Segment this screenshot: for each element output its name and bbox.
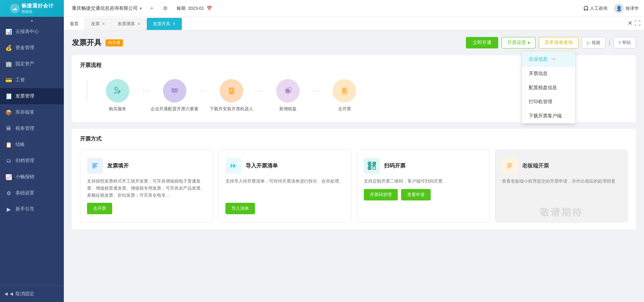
header-right: 🎧 人工咨询 👤 徐泽华	[583, 4, 639, 13]
fixed-assets-icon: 🏢	[5, 61, 12, 67]
boss-icon	[502, 158, 518, 174]
configure-icon	[163, 79, 186, 103]
activate-button[interactable]: 立即开通	[466, 37, 498, 48]
help-button[interactable]: ? 帮助	[613, 37, 636, 48]
sidebar-item-archive[interactable]: 🗂 归档管理	[0, 153, 64, 169]
svg-rect-30	[369, 163, 370, 164]
sidebar-item-inventory[interactable]: 📦 库存核算	[0, 104, 64, 120]
billing-card-header-scan: 扫码开票	[364, 158, 483, 174]
tab-invoice[interactable]: 发票 ✕	[85, 18, 112, 30]
svg-rect-6	[172, 91, 177, 91]
scan-buttons: 开票码管理 查看申请	[364, 189, 483, 200]
tab-home[interactable]: 首页	[64, 18, 85, 30]
tab-invoice-close[interactable]: ✕	[102, 22, 105, 26]
chevron-down-icon: ▾	[527, 40, 530, 45]
settings-button[interactable]: ⚙	[161, 4, 170, 13]
header-actions: ＋ ⚙ 账期 2023-01 📅	[147, 4, 212, 13]
dropdown-tax-config[interactable]: 配置税盘信息	[522, 81, 575, 95]
svg-rect-31	[374, 163, 375, 164]
svg-rect-24	[92, 167, 95, 168]
dropdown-invoice-info[interactable]: 开票信息	[522, 67, 575, 81]
manual-icon	[87, 158, 103, 174]
archive-icon: 🗂	[5, 157, 12, 164]
tab-invoice-calc[interactable]: 发票测算 ✕	[112, 18, 147, 30]
sidebar-item-basic[interactable]: ⚙ 基础设置	[0, 185, 64, 201]
scan-desc: 支持定制开票二维码，客户端可扫码开票	[364, 178, 483, 185]
basic-icon: ⚙	[5, 190, 12, 196]
sidebar-item-fixed-assets[interactable]: 🏢 固定资产	[0, 56, 64, 72]
scan-view-button[interactable]: 查看申请	[401, 189, 431, 200]
tab-invoice-open-close[interactable]: ✕	[172, 22, 176, 26]
settlement-icon: 📋	[5, 141, 12, 148]
svg-rect-38	[507, 167, 510, 168]
boss-title: 老板端开票	[522, 162, 549, 169]
go-invoice-icon	[333, 79, 356, 103]
help-button[interactable]: 🎧 人工咨询	[583, 5, 607, 11]
user-info[interactable]: 👤 徐泽华	[614, 4, 639, 13]
sidebar-scroll-up[interactable]: ▲	[0, 17, 64, 24]
add-button[interactable]: ＋	[147, 4, 157, 13]
company-dropdown-icon: ▾	[140, 6, 142, 11]
sidebar-item-guide[interactable]: ▶ 新手引导	[0, 201, 64, 217]
dropdown-download-client[interactable]: 下载开票客户端	[522, 109, 575, 123]
page-title: 发票开具	[72, 38, 101, 48]
boss-desc: 查看老板端小程序提交的开票申请，并作出相应的处理回复	[502, 178, 621, 185]
svg-rect-23	[92, 166, 97, 167]
top-header: ☁ 畅捷通好会计 旗舰版 重庆畅捷交通信息咨询有限公司 ▾ ＋ ⚙ 账期 202…	[0, 0, 644, 17]
svg-rect-19	[343, 91, 345, 92]
manual-title: 发票填开	[107, 162, 129, 169]
tab-invoice-open[interactable]: 发票开具 ✕	[147, 18, 182, 30]
svg-rect-22	[92, 165, 96, 165]
dropdown-company-info[interactable]: 企业信息 →	[522, 51, 575, 67]
logo-area[interactable]: ☁ 畅捷通好会计 旗舰版	[0, 0, 64, 17]
sidebar-item-invoice-mgmt[interactable]: 🧾 发票管理	[0, 88, 64, 104]
add-tax-icon: 税	[276, 79, 300, 103]
arrow-3: ···	[256, 86, 263, 95]
manual-go-button[interactable]: 去开票	[87, 203, 112, 214]
sidebar: ▲ 📊 云报表中心 💰 资金管理 🏢 固定资产 💳 工资 🧾 发票管理 📦 库存…	[0, 17, 64, 302]
page-title-area: 发票开具 待开通	[72, 38, 123, 48]
sidebar-item-cloud-report[interactable]: 📊 云报表中心	[0, 24, 64, 40]
tab-expand-btn[interactable]: ⛶	[635, 20, 641, 27]
import-desc: 支持导入待开票清单，可对待开票清单进行拆分、合并处理。	[225, 178, 344, 185]
invoice-mgmt-icon: 🧾	[5, 93, 12, 100]
sidebar-item-salary[interactable]: 💳 工资	[0, 72, 64, 88]
svg-rect-36	[507, 165, 511, 165]
main-layout: ▲ 📊 云报表中心 💰 资金管理 🏢 固定资产 💳 工资 🧾 发票管理 📦 库存…	[0, 17, 644, 302]
video-button[interactable]: ▷ 视频	[582, 37, 605, 48]
sidebar-item-report[interactable]: 📈 小畅报销	[0, 169, 64, 185]
tab-close-btn[interactable]: ✕	[628, 20, 633, 27]
buy-service-label: 购买服务	[109, 106, 126, 112]
process-step-buy: 购买服务	[94, 79, 141, 112]
pin-icon: ◄◄	[5, 291, 12, 297]
svg-rect-17	[343, 89, 346, 89]
unpin-button[interactable]: ◄◄ 取消固定	[0, 286, 64, 302]
sidebar-item-fund[interactable]: 💰 资金管理	[0, 40, 64, 56]
cloud-report-icon: 📊	[5, 28, 12, 35]
download-icon	[220, 79, 243, 103]
process-step-download: 下载并安装开票机器人	[208, 79, 255, 112]
settings-dropdown-menu: 企业信息 → 开票信息 配置税盘信息 打印机管理 下	[522, 51, 575, 123]
arrow-1: ···	[142, 86, 149, 95]
sidebar-item-settlement[interactable]: 📋 结账	[0, 137, 64, 153]
company-selector[interactable]: 重庆畅捷交通信息咨询有限公司 ▾	[72, 5, 142, 11]
fund-icon: 💰	[5, 44, 12, 51]
tab-invoice-calc-close[interactable]: ✕	[137, 22, 140, 26]
download-label: 下载并安装开票机器人	[210, 106, 253, 112]
query-button[interactable]: 异常清单查询	[539, 37, 578, 48]
svg-rect-18	[343, 90, 345, 91]
tab-bar: 首页 发票 ✕ 发票测算 ✕ 发票开具 ✕ ✕ ⛶	[64, 17, 644, 30]
svg-rect-32	[369, 167, 370, 169]
dropdown-printer[interactable]: 打印机管理	[522, 95, 575, 109]
tab-bar-actions: ✕ ⛶	[624, 17, 644, 30]
configure-label: 企业开通配置开票六要素	[151, 106, 199, 112]
billing-card-header-boss: 老板端开票	[502, 158, 621, 174]
scan-manage-button[interactable]: 开票码管理	[364, 189, 398, 200]
process-step-configure: 企业开通配置开票六要素	[151, 79, 199, 112]
billing-card-import: 导入开票清单 支持导入待开票清单，可对待开票清单进行拆分、合并处理。 导入清单	[218, 149, 351, 223]
go-invoice-label: 去开票	[338, 106, 351, 112]
manual-desc: 支持按照发票样式手工填开发票；可开具增值税电子普通发票、增值税普通发票、增值税专…	[87, 178, 206, 199]
settings-dropdown-button[interactable]: 开票设置 ▾	[502, 37, 535, 48]
sidebar-item-tax[interactable]: 🏛 税务管理	[0, 120, 64, 137]
import-button[interactable]: 导入清单	[225, 203, 255, 214]
